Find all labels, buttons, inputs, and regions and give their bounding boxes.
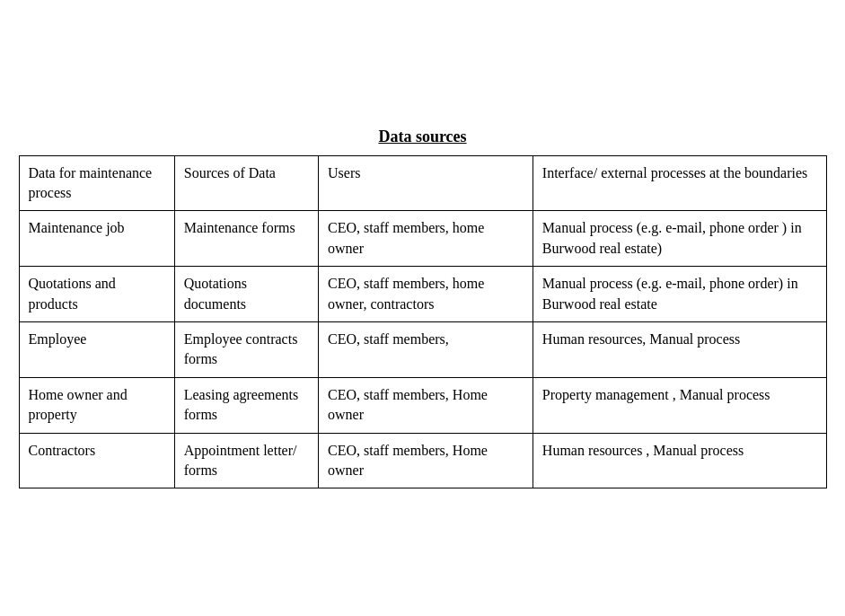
- row-0-col3: CEO, staff members, home owner: [319, 211, 533, 267]
- header-col2: Sources of Data: [174, 155, 318, 211]
- row-2-col4: Human resources, Manual process: [533, 322, 826, 378]
- table-header-row: Data for maintenance process Sources of …: [19, 155, 826, 211]
- row-1-col2: Quotations documents: [174, 267, 318, 322]
- row-0-col2: Maintenance forms: [174, 211, 318, 267]
- row-3-col2: Leasing agreements forms: [174, 377, 318, 433]
- row-1-col1: Quotations and products: [19, 267, 174, 322]
- row-0-col4: Manual process (e.g. e-mail, phone order…: [533, 211, 826, 267]
- table-row: Quotations and productsQuotations docume…: [19, 267, 826, 322]
- row-1-col4: Manual process (e.g. e-mail, phone order…: [533, 267, 826, 322]
- row-4-col2: Appointment letter/ forms: [174, 433, 318, 488]
- row-4-col4: Human resources , Manual process: [533, 433, 826, 488]
- table-title: Data sources: [19, 128, 827, 146]
- table-row: Home owner and propertyLeasing agreement…: [19, 377, 826, 433]
- row-2-col3: CEO, staff members,: [319, 322, 533, 378]
- data-sources-table: Data for maintenance process Sources of …: [19, 155, 827, 489]
- row-2-col2: Employee contracts forms: [174, 322, 318, 378]
- row-3-col4: Property management , Manual process: [533, 377, 826, 433]
- table-row: ContractorsAppointment letter/ formsCEO,…: [19, 433, 826, 488]
- row-4-col1: Contractors: [19, 433, 174, 488]
- header-col4: Interface/ external processes at the bou…: [533, 155, 826, 211]
- row-3-col1: Home owner and property: [19, 377, 174, 433]
- header-col3: Users: [319, 155, 533, 211]
- row-2-col1: Employee: [19, 322, 174, 378]
- table-row: EmployeeEmployee contracts formsCEO, sta…: [19, 322, 826, 378]
- row-1-col3: CEO, staff members, home owner, contract…: [319, 267, 533, 322]
- table-row: Maintenance jobMaintenance formsCEO, sta…: [19, 211, 826, 267]
- row-0-col1: Maintenance job: [19, 211, 174, 267]
- main-container: Data sources Data for maintenance proces…: [19, 128, 827, 489]
- row-4-col3: CEO, staff members, Home owner: [319, 433, 533, 488]
- row-3-col3: CEO, staff members, Home owner: [319, 377, 533, 433]
- header-col1: Data for maintenance process: [19, 155, 174, 211]
